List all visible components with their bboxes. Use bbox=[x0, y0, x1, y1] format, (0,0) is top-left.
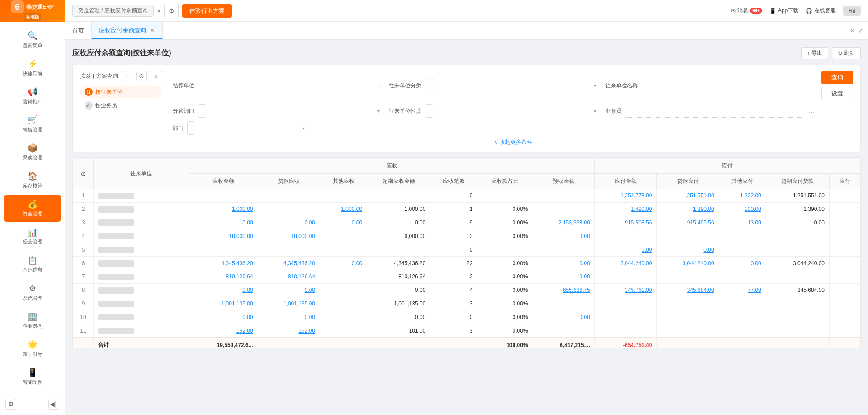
cell-link[interactable]: 77.00 bbox=[748, 287, 761, 293]
cell-link[interactable]: 655,636.75 bbox=[563, 287, 590, 293]
cell-link[interactable]: 0.00 bbox=[242, 219, 253, 226]
cell-link[interactable]: 0.00 bbox=[352, 219, 362, 226]
cell-link[interactable]: 13.00 bbox=[748, 219, 761, 226]
cell-link[interactable]: 345,761.00 bbox=[625, 287, 652, 293]
cell-link[interactable]: 1,252,773.00 bbox=[620, 192, 652, 199]
add-scheme-btn[interactable]: + bbox=[122, 71, 132, 81]
col-settings[interactable]: ⚙ bbox=[73, 158, 94, 189]
refresh-button[interactable]: ↻ 刷新 bbox=[832, 47, 861, 59]
cell-link[interactable]: 1,000.00 bbox=[232, 206, 253, 212]
sidebar-item-10[interactable]: 🏢 企业协同 bbox=[4, 307, 61, 334]
app-download-item[interactable]: 📱 App下载 bbox=[769, 7, 798, 14]
export-button[interactable]: ↑ 导出 bbox=[801, 47, 828, 59]
col-p-overdue: 超期应付货款 bbox=[766, 174, 829, 189]
cell-link[interactable]: 915,495.56 bbox=[687, 219, 714, 226]
salesperson-input[interactable] bbox=[625, 104, 807, 118]
cell-p-overdue: 1,390.00 bbox=[766, 202, 829, 216]
cell-link[interactable]: 0.00 bbox=[703, 247, 714, 253]
data-table-container: ⚙ 往来单位 应收 应付 应收金额 贷款应收 其他应收 超期应收金额 应收笔数 bbox=[72, 157, 861, 348]
sidebar-item-4[interactable]: 📦 采购管理 bbox=[4, 138, 61, 166]
unit-category-select[interactable] bbox=[425, 79, 433, 92]
cell-link[interactable]: 0.00 bbox=[242, 287, 253, 293]
scheme-by-salesperson[interactable]: ⊙ 按业务员 bbox=[80, 100, 161, 111]
cell-link[interactable]: 915,508.56 bbox=[625, 219, 652, 226]
collapse-sidebar-icon[interactable]: ◀‖ bbox=[48, 399, 59, 410]
cell-link[interactable]: 0.00 bbox=[242, 314, 253, 320]
cell-no: 7 bbox=[73, 270, 94, 283]
cell-link[interactable]: 0.00 bbox=[305, 314, 315, 320]
tab-home[interactable]: 首页 bbox=[65, 22, 92, 39]
sidebar-item-2[interactable]: 📢 营销推广 bbox=[4, 82, 61, 110]
cell-link[interactable]: 810,126.64 bbox=[288, 273, 315, 280]
sidebar-item-0[interactable]: 🔍 搜索菜单 bbox=[4, 26, 61, 53]
cell-link[interactable]: 3,044,240.00 bbox=[683, 260, 714, 267]
sidebar-item-12[interactable]: 📱 智能硬件 bbox=[4, 363, 61, 390]
cell-link[interactable]: 18,000.00 bbox=[229, 233, 253, 239]
sidebar-item-1[interactable]: ⚡ 快捷导航 bbox=[4, 54, 61, 81]
cell-link[interactable]: 0.00 bbox=[305, 219, 315, 226]
cell-link[interactable]: 1,222.00 bbox=[740, 192, 761, 199]
cell-link[interactable]: 152.00 bbox=[236, 328, 253, 334]
col-settings-gear[interactable]: ⚙ bbox=[78, 168, 89, 179]
dept-label: 部门 bbox=[173, 124, 184, 132]
sidebar-item-3[interactable]: 🛒 销售管理 bbox=[4, 110, 61, 138]
cell-link[interactable]: 4,345,436.20 bbox=[283, 260, 315, 267]
sidebar-item-5[interactable]: 🏠 库存核算 bbox=[4, 167, 61, 194]
settlement-unit-input[interactable] bbox=[198, 79, 374, 92]
cell-link[interactable]: 0.00 bbox=[642, 247, 652, 253]
dept-select[interactable] bbox=[187, 121, 195, 135]
cell-link[interactable]: 0.00 bbox=[305, 287, 315, 293]
scheme-collapse-btn[interactable]: « bbox=[151, 71, 161, 81]
sidebar-item-8[interactable]: 📋 基础信息 bbox=[4, 251, 61, 278]
scheme-by-unit[interactable]: 往 按往来单位 bbox=[80, 86, 161, 98]
cell-link[interactable]: 1,251,551.00 bbox=[683, 192, 714, 199]
solution-button[interactable]: 体验行业方案 bbox=[182, 4, 232, 18]
tab-expand[interactable]: ⤢ bbox=[858, 28, 863, 34]
cell-p-amount: 3,044,240.00 bbox=[594, 257, 656, 270]
cell-link[interactable]: 1,390.00 bbox=[693, 206, 714, 212]
table-scroll[interactable]: ⚙ 往来单位 应收 应付 应收金额 贷款应收 其他应收 超期应收金额 应收笔数 bbox=[73, 158, 860, 348]
cell-link[interactable]: 1,000.00 bbox=[341, 206, 362, 212]
user-avatar[interactable]: Rit bbox=[843, 6, 861, 16]
query-button[interactable]: 查询 bbox=[821, 71, 853, 84]
cell-link[interactable]: 810,126.64 bbox=[226, 273, 253, 280]
cell-link[interactable]: 100.00 bbox=[745, 206, 761, 212]
cell-link[interactable]: 0.00 bbox=[580, 260, 590, 267]
cell-link[interactable]: 1,001,135.00 bbox=[283, 301, 315, 307]
sidebar-item-9[interactable]: ⚙ 系统管理 bbox=[4, 279, 61, 306]
settings-button[interactable]: 设置 bbox=[821, 87, 853, 100]
scheme-settings-btn[interactable]: ⊙ bbox=[136, 71, 147, 81]
cell-p-loan: 1,251,551.00 bbox=[657, 189, 719, 203]
unit-nature-select[interactable] bbox=[425, 104, 433, 118]
settings-gear-btn[interactable]: ⚙ bbox=[164, 4, 179, 18]
cell-link[interactable]: 1,001,135.00 bbox=[222, 301, 253, 307]
cell-link[interactable]: 18,000.00 bbox=[291, 233, 315, 239]
cell-link[interactable]: 3,044,240.00 bbox=[620, 260, 652, 267]
unit-name-input[interactable] bbox=[642, 79, 816, 92]
sidebar-item-11[interactable]: 🌟 新手引导 bbox=[4, 335, 61, 362]
messages-item[interactable]: ✉ 消息 99+ bbox=[731, 7, 762, 14]
cell-link[interactable]: 152.00 bbox=[298, 328, 315, 334]
settings-bottom-icon[interactable]: ⚙ bbox=[5, 399, 16, 410]
dept-manager-select[interactable] bbox=[198, 104, 206, 118]
cell-link[interactable]: 0.00 bbox=[580, 273, 590, 280]
cell-link[interactable]: 0.00 bbox=[750, 260, 761, 267]
sidebar-item-7[interactable]: 📊 经营管理 bbox=[4, 223, 61, 250]
cell-r-amount: 18,000.00 bbox=[189, 229, 258, 243]
tab-close-icon[interactable]: ✕ bbox=[150, 27, 155, 34]
tab-receivable[interactable]: 应收应付余额查询 ✕ bbox=[92, 22, 163, 39]
tab-close-all[interactable]: ✕ bbox=[850, 28, 854, 34]
collapse-more-btn[interactable]: ∧ 收起更多条件 bbox=[173, 138, 853, 146]
cell-link[interactable]: 0.00 bbox=[580, 314, 590, 320]
cell-p-amount bbox=[594, 324, 656, 338]
sidebar-item-6[interactable]: 💰 资金管理 bbox=[4, 195, 61, 222]
cell-link[interactable]: 1,490.00 bbox=[631, 206, 652, 212]
settlement-unit-more[interactable]: … bbox=[374, 82, 383, 89]
cell-link[interactable]: 0.00 bbox=[580, 233, 590, 239]
online-service-item[interactable]: 🎧 在线客服 bbox=[806, 7, 836, 14]
salesperson-more[interactable]: … bbox=[807, 108, 816, 114]
cell-link[interactable]: 345,684.00 bbox=[687, 287, 714, 293]
cell-link[interactable]: 4,345,436.20 bbox=[222, 260, 253, 267]
cell-link[interactable]: 2,153,333.00 bbox=[558, 219, 590, 226]
cell-link[interactable]: 0.00 bbox=[352, 260, 362, 267]
